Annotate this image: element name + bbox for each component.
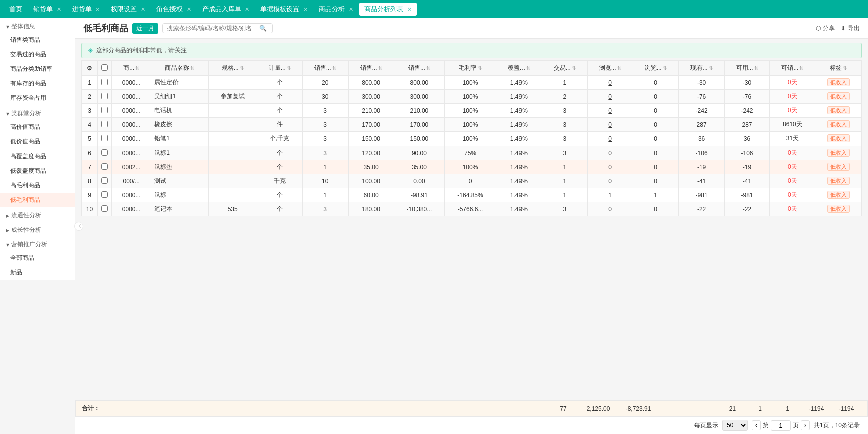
export-button[interactable]: ⬇ 导出: [841, 24, 860, 33]
row-browse1[interactable]: 0: [587, 90, 633, 104]
page-number-input[interactable]: [771, 420, 791, 431]
row-checkbox-cell[interactable]: [98, 132, 112, 146]
nav-permissions[interactable]: 权限设置 ✕: [106, 3, 150, 16]
row-name[interactable]: 吴细细1: [151, 90, 208, 104]
col-sales-profit[interactable]: 销售...⇅: [394, 61, 445, 76]
close-permissions-icon[interactable]: ✕: [141, 6, 145, 12]
row-browse1[interactable]: 1: [587, 188, 633, 202]
row-browse1[interactable]: 0: [587, 132, 633, 146]
row-checkbox[interactable]: [101, 107, 108, 113]
row-checkbox[interactable]: [101, 177, 108, 184]
row-name[interactable]: 测试: [151, 174, 208, 188]
browse1-link[interactable]: 0: [608, 135, 612, 142]
row-browse1[interactable]: 0: [587, 76, 633, 90]
row-name[interactable]: 属性定价: [151, 76, 208, 90]
col-code[interactable]: 商...⇅: [112, 61, 151, 76]
col-tag[interactable]: 标签⇅: [815, 61, 862, 76]
close-analysis-icon[interactable]: ✕: [349, 6, 353, 12]
row-checkbox[interactable]: [101, 149, 108, 156]
nav-home[interactable]: 首页: [4, 3, 27, 16]
row-browse1[interactable]: 0: [587, 146, 633, 160]
row-checkbox-cell[interactable]: [98, 146, 112, 160]
sidebar-item-in-stock[interactable]: 有库存的商品: [0, 76, 75, 91]
col-unit[interactable]: 计量...⇅: [257, 61, 302, 76]
row-checkbox[interactable]: [101, 79, 108, 85]
date-range-badge[interactable]: 近一月: [132, 23, 158, 34]
col-sales-price[interactable]: 销售...⇅: [348, 61, 394, 76]
row-checkbox[interactable]: [101, 93, 108, 99]
sidebar-item-capital[interactable]: 库存资金占用: [0, 91, 75, 105]
col-sales-qty[interactable]: 销售...⇅: [302, 61, 348, 76]
row-checkbox[interactable]: [101, 163, 108, 170]
nav-analysis-list[interactable]: 商品分析列表 ✕: [359, 3, 417, 16]
sidebar-item-low-margin[interactable]: 低毛利商品: [0, 193, 75, 207]
row-browse1[interactable]: 0: [587, 104, 633, 118]
sidebar-group-growth[interactable]: ▸ 成长性分析: [0, 222, 75, 236]
row-name[interactable]: 电话机: [151, 104, 208, 118]
browse1-link[interactable]: 1: [608, 192, 612, 199]
sidebar-collapse-button[interactable]: 《: [74, 222, 83, 231]
col-settings[interactable]: ⚙: [82, 61, 98, 76]
row-checkbox[interactable]: [101, 121, 108, 127]
browse1-link[interactable]: 0: [608, 107, 612, 114]
sidebar-item-category-rate[interactable]: 商品分类助销率: [0, 62, 75, 76]
row-checkbox-cell[interactable]: [98, 188, 112, 202]
col-available-stock[interactable]: 可用...⇅: [724, 61, 770, 76]
per-page-select[interactable]: 50 20 100: [722, 420, 748, 431]
close-purchase-icon[interactable]: ✕: [95, 6, 100, 12]
browse1-link[interactable]: 0: [608, 178, 612, 185]
row-name[interactable]: 鼠标1: [151, 146, 208, 160]
close-analysis-list-icon[interactable]: ✕: [407, 6, 412, 12]
col-saleable-days[interactable]: 可销...⇅: [770, 61, 815, 76]
browse1-link[interactable]: 0: [608, 79, 612, 86]
sidebar-item-high-margin[interactable]: 高毛利商品: [0, 178, 75, 193]
col-transaction[interactable]: 交易...⇅: [542, 61, 587, 76]
close-templates-icon[interactable]: ✕: [303, 6, 308, 12]
col-checkbox[interactable]: [98, 61, 112, 76]
sidebar-item-low-value[interactable]: 低价值商品: [0, 134, 75, 149]
col-name[interactable]: 商品名称⇅: [151, 61, 208, 76]
sidebar-group-marketing[interactable]: ▾ 营销推广分析: [0, 236, 75, 251]
sidebar-group-circulation[interactable]: ▸ 流通性分析: [0, 207, 75, 222]
row-browse1[interactable]: 0: [587, 202, 633, 216]
prev-page-button[interactable]: ‹: [752, 420, 761, 430]
nav-sales[interactable]: 销货单 ✕: [28, 3, 66, 16]
sidebar-item-new-goods[interactable]: 新品: [0, 265, 75, 280]
row-checkbox[interactable]: [101, 191, 108, 198]
row-checkbox-cell[interactable]: [98, 90, 112, 104]
close-products-icon[interactable]: ✕: [245, 6, 249, 12]
nav-roles[interactable]: 角色授权 ✕: [151, 3, 196, 16]
sidebar-item-all-goods[interactable]: 全部商品: [0, 251, 75, 265]
row-name[interactable]: 橡皮擦: [151, 118, 208, 132]
col-browse1[interactable]: 浏览...⇅: [587, 61, 633, 76]
row-checkbox-cell[interactable]: [98, 104, 112, 118]
row-checkbox-cell[interactable]: [98, 174, 112, 188]
row-browse1[interactable]: 0: [587, 174, 633, 188]
row-checkbox[interactable]: [101, 135, 108, 141]
browse1-link[interactable]: 0: [608, 93, 612, 100]
nav-templates[interactable]: 单据模板设置 ✕: [255, 3, 313, 16]
sidebar-group-overall[interactable]: ▾ 整体信息: [0, 18, 75, 33]
sidebar-item-sales-goods[interactable]: 销售类商品: [0, 33, 75, 47]
row-name[interactable]: 笔记本: [151, 202, 208, 216]
nav-products[interactable]: 产成品入库单 ✕: [197, 3, 255, 16]
col-current-stock[interactable]: 现有...⇅: [678, 61, 724, 76]
col-coverage[interactable]: 覆盖...⇅: [496, 61, 542, 76]
sidebar-item-high-coverage[interactable]: 高覆盖度商品: [0, 149, 75, 164]
col-spec[interactable]: 规格...⇅: [208, 61, 257, 76]
nav-purchase[interactable]: 进货单 ✕: [67, 3, 105, 16]
row-checkbox-cell[interactable]: [98, 160, 112, 174]
col-browse2[interactable]: 浏览...⇅: [633, 61, 678, 76]
search-icon[interactable]: 🔍: [259, 25, 267, 32]
row-checkbox-cell[interactable]: [98, 76, 112, 90]
select-all-checkbox[interactable]: [101, 64, 108, 71]
row-browse1[interactable]: 0: [587, 160, 633, 174]
browse1-link[interactable]: 0: [608, 121, 612, 128]
row-checkbox-cell[interactable]: [98, 118, 112, 132]
row-checkbox-cell[interactable]: [98, 202, 112, 216]
close-sales-icon[interactable]: ✕: [57, 6, 61, 12]
sidebar-item-high-value[interactable]: 高价值商品: [0, 120, 75, 134]
browse1-link[interactable]: 0: [608, 150, 612, 157]
sidebar-group-cluster[interactable]: ▾ 类群堂分析: [0, 105, 75, 120]
search-input[interactable]: [167, 25, 257, 32]
